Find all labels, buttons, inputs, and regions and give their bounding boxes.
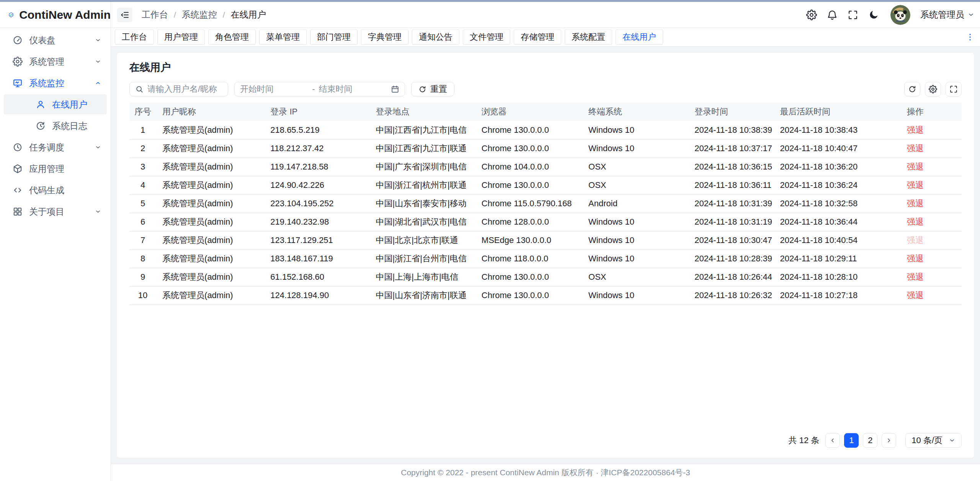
refresh-icon	[908, 85, 916, 93]
sidebar-item-关于项目[interactable]: 关于项目	[4, 202, 107, 222]
cell-active-time: 2024-11-18 10:36:24	[774, 176, 901, 194]
cell-index: 4	[129, 176, 156, 194]
cell-nickname: 系统管理员(admin)	[156, 213, 264, 231]
cell-ip: 118.212.37.42	[264, 139, 369, 158]
cell-index: 2	[129, 139, 156, 158]
cell-nickname: 系统管理员(admin)	[156, 268, 264, 286]
start-time-field[interactable]	[240, 84, 308, 94]
tab-存储管理[interactable]: 存储管理	[514, 29, 561, 45]
online-users-card: 在线用户 -	[117, 53, 974, 458]
fullscreen-button[interactable]	[848, 10, 858, 20]
force-logout-link[interactable]: 强退	[907, 162, 924, 171]
sidebar-item-系统管理[interactable]: 系统管理	[4, 52, 107, 72]
clock-history-icon	[36, 121, 46, 131]
end-time-field[interactable]	[319, 84, 387, 94]
refresh-button[interactable]	[904, 82, 920, 96]
cell-browser: Chrome 118.0.0.0	[475, 249, 582, 268]
page-title: 在线用户	[129, 60, 962, 75]
breadcrumb-item-系统监控[interactable]: 系统监控	[182, 9, 217, 21]
tab-文件管理[interactable]: 文件管理	[463, 29, 510, 45]
tab-菜单管理[interactable]: 菜单管理	[259, 29, 307, 45]
tab-用户管理[interactable]: 用户管理	[157, 29, 205, 45]
tab-工作台[interactable]: 工作台	[115, 29, 154, 45]
notifications-button[interactable]	[827, 10, 838, 20]
force-logout-link[interactable]: 强退	[907, 217, 924, 227]
force-logout-link[interactable]: 强退	[907, 125, 924, 135]
chevron-down-icon	[95, 144, 101, 151]
table-row: 7系统管理员(admin)123.117.129.251中国|北京|北京市|联通…	[129, 231, 962, 249]
pagination-page-2[interactable]: 2	[863, 433, 877, 448]
sidebar-item-系统日志[interactable]: 系统日志	[4, 116, 107, 136]
cell-os: Windows 10	[582, 249, 688, 268]
force-logout-link[interactable]: 强退	[907, 290, 924, 300]
column-settings-button[interactable]	[925, 82, 941, 96]
table-header: 序号用户昵称登录 IP登录地点浏览器终端系统登录时间最后活跃时间操作	[129, 103, 962, 121]
date-range-picker[interactable]: -	[234, 82, 405, 96]
cell-nickname: 系统管理员(admin)	[156, 231, 264, 249]
breadcrumb-separator: /	[174, 10, 176, 20]
sidebar-item-代码生成[interactable]: 代码生成	[4, 180, 107, 200]
reset-button[interactable]: 重置	[411, 82, 454, 96]
search-field[interactable]	[147, 84, 222, 94]
chevron-up-icon	[95, 80, 101, 86]
pagination-next-button[interactable]	[882, 433, 896, 448]
sidebar-item-label: 关于项目	[29, 206, 64, 218]
tab-部门管理[interactable]: 部门管理	[310, 29, 358, 45]
sidebar-collapse-button[interactable]	[117, 8, 132, 22]
settings-button[interactable]	[806, 10, 817, 20]
page-size-select[interactable]: 10 条/页	[905, 433, 962, 448]
pagination-prev-button[interactable]	[825, 433, 840, 448]
brand[interactable]: ContiNew Admin	[0, 2, 111, 28]
cell-browser: Chrome 104.0.0.0	[475, 158, 582, 176]
table-row: 8系统管理员(admin)183.148.167.119中国|浙江省|台州市|电…	[129, 249, 962, 268]
force-logout-link[interactable]: 强退	[907, 272, 924, 282]
cell-location: 中国|江西省|九江市|联通	[370, 139, 475, 158]
force-logout-link[interactable]: 强退	[907, 143, 924, 153]
cell-location: 中国|浙江省|杭州市|联通	[370, 176, 475, 194]
sidebar-item-应用管理[interactable]: 应用管理	[4, 159, 107, 179]
content-area: 在线用户 -	[111, 47, 980, 464]
tab-在线用户[interactable]: 在线用户	[616, 29, 663, 45]
pagination-page-1[interactable]: 1	[844, 433, 859, 448]
tab-系统配置[interactable]: 系统配置	[565, 29, 612, 45]
cell-active-time: 2024-11-18 10:32:58	[774, 194, 901, 213]
card-fullscreen-button[interactable]	[946, 82, 962, 96]
column-header-最后活跃时间: 最后活跃时间	[774, 103, 901, 121]
table-row: 4系统管理员(admin)124.90.42.226中国|浙江省|杭州市|联通C…	[129, 176, 962, 194]
cell-login-time: 2024-11-18 10:31:19	[688, 213, 774, 231]
force-logout-link[interactable]: 强退	[907, 180, 924, 190]
dark-mode-button[interactable]	[868, 10, 879, 20]
cell-location: 中国|上海|上海市|电信	[370, 268, 475, 286]
tab-通知公告[interactable]: 通知公告	[412, 29, 459, 45]
cell-browser: Chrome 130.0.0.0	[475, 139, 582, 158]
user-menu[interactable]: 系统管理员	[920, 9, 975, 21]
brand-logo-icon	[8, 7, 14, 23]
pagination-pages: 12	[844, 433, 877, 448]
force-logout-link[interactable]: 强退	[907, 254, 924, 263]
sidebar-item-label: 任务调度	[29, 142, 64, 153]
breadcrumb-item-在线用户: 在线用户	[231, 9, 266, 21]
cell-index: 10	[129, 286, 156, 305]
body-row: 仪表盘系统管理系统监控在线用户系统日志任务调度应用管理代码生成关于项目 工作台用…	[0, 28, 980, 481]
sidebar-item-label: 在线用户	[52, 99, 87, 111]
main-column: 工作台用户管理角色管理菜单管理部门管理字典管理通知公告文件管理存储管理系统配置在…	[111, 28, 980, 481]
tab-角色管理[interactable]: 角色管理	[208, 29, 256, 45]
table-row: 10系统管理员(admin)124.128.194.90中国|山东省|济南市|联…	[129, 286, 962, 305]
cell-index: 1	[129, 121, 156, 139]
cell-os: Windows 10	[582, 213, 688, 231]
chevron-right-icon	[885, 437, 892, 444]
cell-active-time: 2024-11-18 10:38:43	[774, 121, 901, 139]
tab-more-button[interactable]	[965, 32, 975, 42]
sidebar-item-在线用户[interactable]: 在线用户	[4, 95, 107, 114]
cell-browser: Chrome 130.0.0.0	[475, 176, 582, 194]
avatar[interactable]	[890, 5, 910, 25]
tab-字典管理[interactable]: 字典管理	[361, 29, 408, 45]
sidebar-item-仪表盘[interactable]: 仪表盘	[4, 30, 107, 50]
sidebar-item-任务调度[interactable]: 任务调度	[4, 137, 107, 157]
top-header: ContiNew Admin 工作台/系统监控/在线用户	[0, 2, 980, 28]
search-input[interactable]	[129, 82, 228, 96]
sidebar-item-系统监控[interactable]: 系统监控	[4, 73, 107, 93]
breadcrumb-item-工作台[interactable]: 工作台	[142, 9, 168, 21]
table-row: 9系统管理员(admin)61.152.168.60中国|上海|上海市|电信Ch…	[129, 268, 962, 286]
force-logout-link[interactable]: 强退	[907, 199, 924, 208]
